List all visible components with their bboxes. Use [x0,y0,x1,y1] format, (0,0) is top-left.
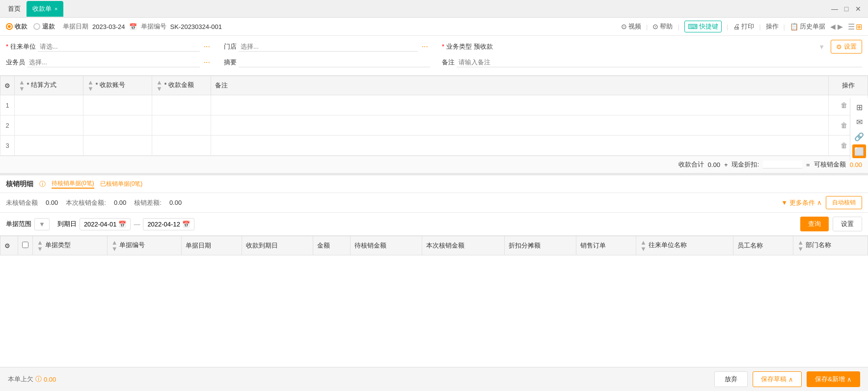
salesperson-input[interactable] [27,57,200,67]
table-row: 1 🗑 ⊕ [0,95,868,115]
table-row: 3 🗑 ⊕ [0,136,868,156]
store-ellipsis-btn[interactable]: ··· [420,42,430,51]
recon-info-icon[interactable]: ⓘ [39,180,46,189]
settlement-input-3[interactable] [15,136,83,155]
amount-cell-3[interactable] [152,136,211,156]
date-from-input[interactable]: 2022-04-01 📅 [80,218,131,230]
window-controls: — □ ✕ [831,5,866,13]
query-btn[interactable]: 查询 [800,217,829,231]
discount-input[interactable] [763,161,802,168]
footer: 本单上欠 ⓘ 0.00 放弃 保存草稿 ∧ 保存&新增 ∧ [0,367,868,391]
print-btn[interactable]: 🖨 打印 [733,22,754,31]
account-cell-2[interactable] [83,115,152,136]
help-btn[interactable]: ⊙ 帮助 [652,22,673,31]
col-department-label: 部门名称 [806,241,831,249]
sidebar-link-icon[interactable]: 🔗 [852,130,866,143]
account-input-2[interactable] [83,115,152,135]
sidebar-expand-icon[interactable]: ⬜ [852,144,866,158]
account-input-3[interactable] [83,136,152,155]
remark-cell-2[interactable] [211,115,829,136]
radio-receipt[interactable]: 收款 [6,22,27,31]
delete-row-1-icon[interactable]: 🗑 [841,101,847,109]
summary-row: 收款合计 0.00 + 现金折扣: = 可核销金额 0.00 [0,156,868,173]
delete-row-2-icon[interactable]: 🗑 [841,121,847,129]
print-icon: 🖨 [733,23,740,30]
remark-input-3[interactable] [211,136,828,155]
more-conditions-btn[interactable]: ▼ 更多条件 ∧ [781,198,822,207]
save-draft-btn[interactable]: 保存草稿 ∧ [753,371,802,387]
summary-input[interactable] [239,57,430,67]
select-all-checkbox[interactable] [22,242,28,248]
minimize-btn[interactable]: — [831,5,839,13]
calendar-icon[interactable]: 📅 [129,23,137,30]
abandon-btn[interactable]: 放弃 [714,371,748,387]
account-input-1[interactable] [83,95,152,115]
filter-icon: ▼ [781,199,787,206]
amount-cell-1[interactable] [152,95,211,115]
counterparty-input[interactable] [38,42,200,52]
radio-refund[interactable]: 退款 [33,22,55,31]
maximize-btn[interactable]: □ [842,5,850,13]
layout-grid-icon[interactable]: ⊞ [856,22,862,31]
doc-no-value: SK-20230324-001 [170,23,222,30]
settings-btn[interactable]: ⚙ 设置 [831,40,862,54]
delete-row-3-icon[interactable]: 🗑 [841,141,847,149]
window-close-btn[interactable]: ✕ [854,5,862,13]
remark-cell-3[interactable] [211,136,829,156]
counterparty-ellipsis-btn[interactable]: ··· [202,42,212,51]
account-cell-3[interactable] [83,136,152,156]
remark-field: 备注 [442,57,862,67]
business-type-field: 业务类型 预收款 ▼ ⚙ 设置 [442,40,862,54]
col-gear-th[interactable]: ⚙ [0,76,15,95]
layout-btns: ☰ ⊞ [848,22,862,31]
range-select[interactable]: ▼ [34,218,50,230]
account-cell-1[interactable] [83,95,152,115]
layout-list-icon[interactable]: ☰ [848,22,855,31]
bottom-col-gear[interactable]: ⚙ [0,236,18,255]
business-type-dropdown-icon[interactable]: ▼ [818,43,825,51]
tab-receipt[interactable]: 收款单 × [27,1,63,17]
shortcut-btn[interactable]: ⌨ 快捷键 [684,21,722,32]
remark-input-2[interactable] [211,115,828,135]
col-employee-label: 员工名称 [737,242,763,249]
table-row: 2 🗑 ⊕ [0,115,868,136]
remark-input-1[interactable] [211,95,828,115]
store-input[interactable] [239,42,418,52]
settlement-cell-1[interactable] [15,95,83,115]
nav-next-icon[interactable]: ▶ [838,23,843,30]
remark-input[interactable] [457,57,862,67]
date-to-input[interactable]: 2022-04-12 📅 [143,218,194,230]
bottom-col-checkbox[interactable] [18,236,33,255]
doc-date-label: 单据日期 [63,22,88,31]
amount-input-1[interactable] [152,95,211,115]
tab-bar: 首页 收款单 × — □ ✕ [0,0,868,18]
amount-input-2[interactable] [152,115,211,135]
auto-recon-btn[interactable]: 自动核销 [826,196,862,209]
save-new-btn[interactable]: 保存&新增 ∧ [807,371,860,387]
tab-pending[interactable]: 待核销单据(0笔) [52,179,94,189]
amount-cell-2[interactable] [152,115,211,136]
current-recon-label: 本次核销金额: [66,198,106,207]
settlement-cell-3[interactable] [15,136,83,156]
video-btn[interactable]: ⊙ 视频 [621,22,641,31]
sidebar-email-icon[interactable]: ✉ [852,115,866,129]
tab-done[interactable]: 已核销单据(0笔) [100,180,143,188]
salesperson-ellipsis-btn[interactable]: ··· [202,58,212,67]
sidebar-table-icon[interactable]: ⊞ [852,100,866,114]
settlement-input-1[interactable] [15,95,83,115]
store-label: 门店 [224,42,237,51]
history-btn[interactable]: 📋 历史单据 [790,22,825,31]
tab-home[interactable]: 首页 [2,1,27,17]
unverified-label: 未核销金额 [6,198,38,207]
settlement-input-2[interactable] [15,115,83,135]
settlement-cell-2[interactable] [15,115,83,136]
operation-btn[interactable]: 操作 [766,22,779,31]
amount-input-3[interactable] [152,136,211,155]
col-counterparty-label: 往来单位名称 [649,241,687,249]
tab-close-icon[interactable]: × [54,6,57,12]
col-doc-type-label: 单据类型 [45,241,71,249]
nav-prev-icon[interactable]: ◀ [830,23,836,30]
info-icon-footer[interactable]: ⓘ [35,375,42,384]
remark-cell-1[interactable] [211,95,829,115]
table-settings-btn[interactable]: 设置 [833,217,862,231]
